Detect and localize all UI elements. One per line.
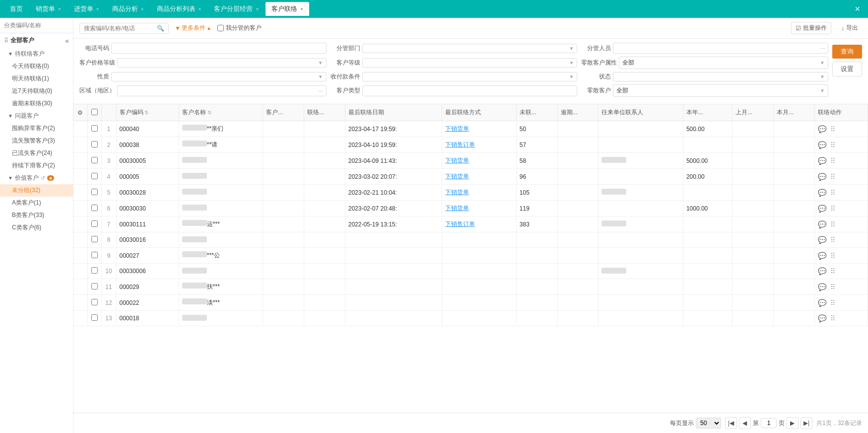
next-page-button[interactable]: ▶ [787,417,799,429]
more-conditions-button[interactable]: ▼ 更多条件 ▲ [175,24,211,32]
sidebar-item[interactable]: A类客户(1) [0,197,73,209]
my-customers-checkbox[interactable]: 我分管的客户 [217,24,262,32]
row-checkbox[interactable] [91,314,98,321]
message-icon[interactable]: 💬 [818,299,826,307]
contact-way-link[interactable]: 下销货单 [445,125,469,132]
contact-way-link[interactable]: 下销货单 [445,205,469,212]
last-contact-way-cell[interactable]: 下销售订单 [442,216,517,232]
row-checkbox[interactable] [91,283,98,289]
payment-select[interactable]: ▼ [362,72,578,81]
collapse-icon[interactable]: « [65,37,69,45]
contact-way-link[interactable]: 下销货单 [445,189,469,196]
grid-action-icon[interactable]: ⠿ [830,220,835,228]
nav-tab-goods-analysis-list[interactable]: 商品分析列表× [151,2,207,16]
sidebar-item[interactable]: 囤购异常客户(2) [0,122,73,135]
grid-action-icon[interactable]: ⠿ [830,283,835,291]
message-icon[interactable]: 💬 [818,283,826,291]
customer-code-header[interactable]: 客户编码 [116,104,179,121]
last-contact-way-cell[interactable]: 下销货单 [442,185,517,201]
grid-action-icon[interactable]: ⠿ [830,314,835,322]
contact-way-link[interactable]: 下销售订单 [445,220,475,227]
sidebar-search-input[interactable] [4,22,73,29]
row-checkbox[interactable] [91,267,98,274]
nav-tab-customer-contact[interactable]: 客户联络× [266,2,309,16]
sidebar-item[interactable]: 流失预警客户(3) [0,135,73,147]
grid-action-icon[interactable]: ⠿ [830,173,835,181]
message-icon[interactable]: 💬 [818,189,826,197]
nav-tab-purchase[interactable]: 进货单× [68,2,105,16]
sidebar-item[interactable]: B类客户(33) [0,209,73,221]
grid-action-icon[interactable]: ⠿ [830,267,835,275]
tab-close-sales[interactable]: × [58,6,61,12]
grid-action-icon[interactable]: ⠿ [830,141,835,149]
batch-operations-button[interactable]: ☑ 批量操作 [791,22,831,34]
phone-input[interactable] [111,43,327,54]
message-icon[interactable]: 💬 [818,173,826,181]
sidebar-group-value-customers[interactable]: ▼价值客户↺● [0,172,73,184]
message-icon[interactable]: 💬 [818,157,826,165]
row-checkbox[interactable] [91,125,98,132]
sidebar-group-pending-contact[interactable]: ▼待联络客户 [0,48,73,60]
customer-type-input[interactable] [362,85,578,96]
sidebar-item[interactable]: 今天待联络(0) [0,60,73,72]
message-icon[interactable]: 💬 [818,141,826,149]
row-checkbox[interactable] [91,252,98,258]
last-contact-way-cell[interactable]: 下销售订单 [442,137,517,153]
row-checkbox[interactable] [91,141,98,147]
sidebar-item[interactable]: 逾期未联络(30) [0,97,73,110]
retail-attr-select[interactable]: 全部 ▼ [619,57,828,69]
tab-close-goods-analysis-list[interactable]: × [199,6,201,12]
sidebar-item[interactable]: 已流失客户(24) [0,147,73,159]
region-select[interactable]: ··· [117,85,327,96]
prev-page-button[interactable]: ◀ [739,417,751,429]
message-icon[interactable]: 💬 [818,220,826,228]
tab-close-goods-analysis[interactable]: × [141,6,144,12]
nav-tab-goods-analysis[interactable]: 商品分析× [106,2,150,16]
select-all-checkbox[interactable] [91,109,98,115]
export-button[interactable]: ↓ 导出 [837,22,862,34]
message-icon[interactable]: 💬 [818,252,826,260]
per-page-select[interactable]: 50 100 [696,418,721,429]
message-icon[interactable]: 💬 [818,236,826,244]
person-select[interactable]: ··· [613,43,828,54]
row-checkbox[interactable] [91,299,98,305]
grid-action-icon[interactable]: ⠿ [830,157,835,165]
nav-tab-customer-tier[interactable]: 客户分层经营× [208,2,265,16]
grid-action-icon[interactable]: ⠿ [830,236,835,244]
grid-action-icon[interactable]: ⠿ [830,252,835,260]
message-icon[interactable]: 💬 [818,125,826,133]
nature-select[interactable]: ▼ [111,72,327,81]
sidebar-all-customers[interactable]: ⠿全部客户« [0,33,73,48]
row-checkbox[interactable] [91,173,98,179]
refresh-icon[interactable]: ↺ [41,175,45,181]
sidebar-item[interactable]: 明天待联络(1) [0,72,73,85]
last-contact-way-cell[interactable]: 下销货单 [442,121,517,137]
retail-customer-select[interactable]: 全部 ▼ [613,84,828,97]
contact-way-link[interactable]: 下销售订单 [445,141,475,148]
filter-search-input[interactable] [84,25,155,32]
sidebar-item[interactable]: 近7天待联络(0) [0,85,73,97]
message-icon[interactable]: 💬 [818,267,826,275]
row-checkbox[interactable] [91,236,98,242]
last-contact-way-cell[interactable]: 下销货单 [442,201,517,216]
message-icon[interactable]: 💬 [818,314,826,322]
sidebar-item[interactable]: 未分组(32) [0,184,73,197]
row-checkbox[interactable] [91,205,98,211]
customer-tier-select[interactable]: ▼ [362,58,578,68]
tab-close-customer-contact[interactable]: × [300,6,303,12]
row-checkbox[interactable] [91,220,98,227]
sidebar-item[interactable]: C类客户(6) [0,221,73,234]
my-customers-check[interactable] [217,25,224,31]
customer-name-header[interactable]: 客户名称 [179,104,263,121]
query-button[interactable]: 查询 [832,45,862,59]
last-contact-way-cell[interactable]: 下销货单 [442,169,517,185]
window-close-button[interactable]: × [851,4,864,14]
page-number-input[interactable] [761,418,777,428]
filter-search-icon[interactable]: 🔍 [157,25,164,32]
first-page-button[interactable]: |◀ [725,417,737,429]
tab-close-customer-tier[interactable]: × [256,6,259,12]
dept-select[interactable]: ▼ [362,44,578,53]
contact-way-link[interactable]: 下销货单 [445,173,469,180]
grid-action-icon[interactable]: ⠿ [830,299,835,307]
row-checkbox[interactable] [91,189,98,195]
